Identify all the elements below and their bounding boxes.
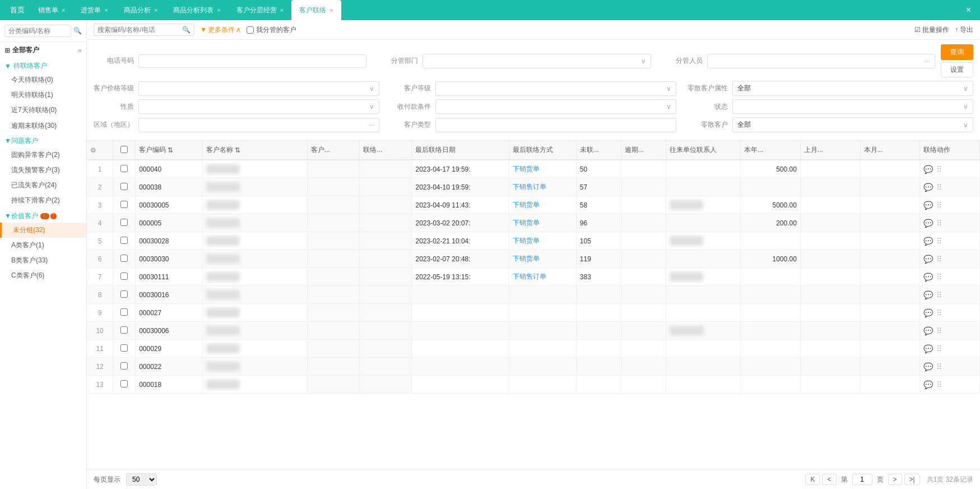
region-select[interactable]: ··· — [138, 118, 379, 132]
search-icon[interactable]: 🔍 — [182, 26, 191, 34]
row-checkbox[interactable] — [120, 219, 128, 226]
status-select[interactable]: ∨ — [732, 99, 973, 114]
prev-page-btn[interactable]: < — [822, 474, 836, 485]
row-check[interactable] — [113, 178, 136, 196]
sidebar-all-customers[interactable]: ⊞ 全部客户 « — [0, 42, 86, 58]
customer-type-select[interactable] — [435, 118, 676, 132]
person-select[interactable]: ··· — [707, 54, 935, 68]
close-purchase-tab[interactable]: × — [104, 7, 108, 13]
sidebar-item-class-c[interactable]: C类客户(6) — [0, 268, 86, 283]
nav-tab-analysis[interactable]: 商品分析 × — [116, 0, 165, 20]
row-checkbox[interactable] — [120, 237, 128, 244]
settings-icon[interactable]: ⚙ — [90, 146, 96, 154]
chat-icon[interactable]: 💬 — [923, 219, 933, 228]
row-check[interactable] — [113, 232, 136, 250]
sidebar-item-week-pending[interactable]: 近7天待联络(0) — [0, 103, 86, 118]
row-check[interactable] — [113, 160, 136, 178]
sidebar-search-icon[interactable]: 🔍 — [73, 27, 82, 35]
sidebar-item-class-a[interactable]: A类客户(1) — [0, 238, 86, 253]
chat-icon[interactable]: 💬 — [923, 237, 933, 246]
nav-tab-purchase[interactable]: 进货单 × — [73, 0, 115, 20]
row-check[interactable] — [113, 304, 136, 322]
row-check[interactable] — [113, 268, 136, 286]
row-check[interactable] — [113, 340, 136, 358]
nav-tab-customer-contact[interactable]: 客户联络 × — [291, 0, 341, 20]
last-way-link[interactable]: 下销货单 — [513, 255, 540, 262]
chat-icon[interactable]: 💬 — [923, 201, 933, 210]
chat-icon[interactable]: 💬 — [923, 308, 933, 317]
chat-icon[interactable]: 💬 — [923, 326, 933, 335]
phone-input[interactable] — [138, 54, 366, 68]
retail-attr-select[interactable]: 全部 ∨ — [732, 81, 973, 96]
more-icon[interactable]: ⠿ — [936, 308, 942, 317]
last-way-link[interactable]: 下销货单 — [513, 165, 540, 173]
last-way-link[interactable]: 下销售订单 — [513, 183, 546, 191]
my-customers-checkbox[interactable] — [247, 26, 254, 34]
row-check[interactable] — [113, 358, 136, 376]
first-page-btn[interactable]: K — [805, 474, 820, 485]
chat-icon[interactable]: 💬 — [923, 290, 933, 299]
more-icon[interactable]: ⠿ — [936, 237, 942, 246]
export-btn[interactable]: ↑ 导出 — [955, 25, 973, 35]
chat-icon[interactable]: 💬 — [923, 344, 933, 353]
more-icon[interactable]: ⠿ — [936, 183, 942, 192]
reset-button[interactable]: 设置 — [941, 62, 973, 77]
payment-select[interactable]: ∨ — [435, 99, 676, 114]
th-gear[interactable]: ⚙ — [87, 141, 113, 160]
next-page-btn[interactable]: > — [888, 474, 902, 485]
row-checkbox[interactable] — [120, 344, 128, 352]
chat-icon[interactable]: 💬 — [923, 362, 933, 371]
last-way-link[interactable]: 下销货单 — [513, 201, 540, 209]
more-icon[interactable]: ⠿ — [936, 273, 942, 282]
nature-select[interactable]: ∨ — [138, 99, 379, 114]
dept-select[interactable]: ∨ — [422, 54, 651, 68]
level-select[interactable]: ∨ — [435, 81, 676, 96]
more-icon[interactable]: ⠿ — [936, 362, 942, 371]
more-icon[interactable]: ⠿ — [936, 201, 942, 210]
nav-tab-analysis-list[interactable]: 商品分析列表 × — [165, 0, 228, 20]
last-way-link[interactable]: 下销货单 — [513, 219, 540, 227]
chat-icon[interactable]: 💬 — [923, 165, 933, 174]
row-check[interactable] — [113, 196, 136, 214]
last-page-btn[interactable]: >| — [904, 474, 920, 485]
row-checkbox[interactable] — [120, 273, 128, 280]
more-icon[interactable]: ⠿ — [936, 344, 942, 353]
nav-tab-sales[interactable]: 销售单 × — [30, 0, 73, 20]
row-check[interactable] — [113, 322, 136, 340]
chat-icon[interactable]: 💬 — [923, 183, 933, 192]
refresh-icon[interactable]: ↻ — [40, 213, 49, 219]
close-analysis-list-tab[interactable]: × — [217, 7, 220, 13]
close-customer-tier-tab[interactable]: × — [280, 7, 284, 13]
close-sales-tab[interactable]: × — [62, 7, 65, 13]
more-icon[interactable]: ⠿ — [936, 219, 942, 228]
more-icon[interactable]: ⠿ — [936, 380, 942, 389]
chat-icon[interactable]: 💬 — [923, 380, 933, 389]
last-way-link[interactable]: 下销货单 — [513, 237, 540, 245]
sidebar-item-ungrouped[interactable]: 未分组(32) — [0, 223, 86, 238]
row-checkbox[interactable] — [120, 165, 128, 172]
page-size-select[interactable]: 50 20 100 — [126, 473, 157, 486]
sidebar-item-churn-warning[interactable]: 流失预警客户(3) — [0, 163, 86, 178]
sidebar-search-input[interactable] — [4, 25, 71, 37]
th-code[interactable]: 客户编码⇅ — [136, 141, 203, 160]
more-icon[interactable]: ⠿ — [936, 255, 942, 264]
th-name[interactable]: 客户名称⇅ — [203, 141, 308, 160]
sidebar-item-churned[interactable]: 已流失客户(24) — [0, 178, 86, 193]
window-close-button[interactable]: × — [962, 5, 976, 15]
more-icon[interactable]: ⠿ — [936, 290, 942, 299]
chat-icon[interactable]: 💬 — [923, 255, 933, 264]
nav-home-tab[interactable]: 首页 — [4, 5, 30, 15]
row-checkbox[interactable] — [120, 290, 128, 298]
sidebar-item-overdue-pending[interactable]: 逾期未联络(30) — [0, 118, 86, 133]
row-check[interactable] — [113, 214, 136, 232]
row-checkbox[interactable] — [120, 183, 128, 190]
batch-op-btn[interactable]: ☑ 批量操作 — [914, 25, 949, 35]
sidebar-item-declining[interactable]: 持续下滑客户(2) — [0, 193, 86, 208]
more-conditions-btn[interactable]: ▼ 更多条件 ∧ — [200, 25, 241, 35]
nav-tab-customer-tier[interactable]: 客户分层经营 × — [229, 0, 291, 20]
row-checkbox[interactable] — [120, 255, 128, 262]
retail-select[interactable]: 全部 ∨ — [732, 117, 973, 132]
last-way-link[interactable]: 下销售订单 — [513, 273, 546, 280]
close-analysis-tab[interactable]: × — [154, 7, 157, 13]
row-checkbox[interactable] — [120, 308, 128, 316]
